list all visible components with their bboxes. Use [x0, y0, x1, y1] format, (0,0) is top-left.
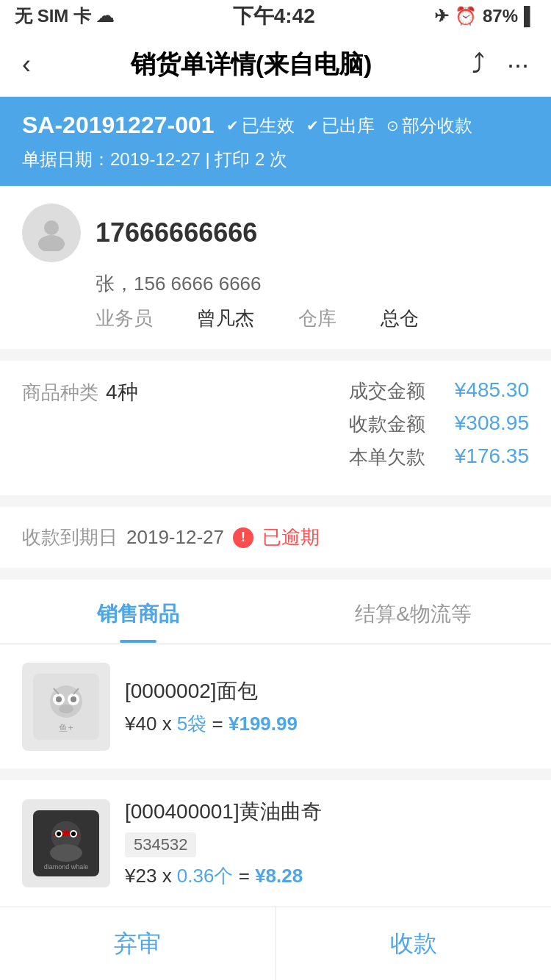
badge-shipped: ✔ 已出库: [306, 114, 375, 137]
product-info-2: [000400001]黄油曲奇 534532 ¥23 x 0.36个 = ¥8.…: [125, 798, 529, 889]
product-item-1[interactable]: 鱼+ [0000002]面包 ¥40 x 5袋 = ¥199.99: [0, 645, 551, 768]
svg-point-1: [38, 235, 65, 251]
status-time: 下午4:42: [233, 2, 315, 30]
amount-label: 成交金额: [349, 378, 425, 404]
sales-value: 曾凡杰: [197, 306, 254, 331]
product-sku-2: 534532: [125, 832, 196, 857]
back-button[interactable]: ‹: [22, 49, 31, 80]
customer-name: 17666666666: [96, 217, 257, 248]
product-total-1: ¥199.99: [228, 713, 298, 735]
svg-point-6: [56, 696, 62, 702]
nav-bar: ‹ 销货单详情(来自电脑) ⤴ ···: [0, 32, 551, 97]
svg-text:鱼+: 鱼+: [59, 723, 73, 733]
customer-section: 17666666666 张，156 6666 6666 业务员 曾凡杰 仓库 总…: [0, 186, 551, 349]
collect-payment-button[interactable]: 收款: [276, 907, 552, 980]
badge-partial: ⊙ 部分收款: [386, 114, 472, 137]
avatar: [22, 203, 81, 262]
page-title: 销货单详情(来自电脑): [131, 48, 372, 82]
svg-point-16: [71, 832, 76, 836]
sales-label: 业务员: [96, 306, 153, 331]
product-price-1: ¥40 x 5袋 = ¥199.99: [125, 711, 529, 737]
battery-icon: ▌: [524, 6, 536, 26]
product-total-2: ¥8.28: [255, 865, 303, 887]
status-right: ✈ ⏰ 87% ▌: [434, 6, 536, 26]
warehouse-value: 总仓: [381, 306, 419, 331]
svg-point-7: [71, 696, 76, 702]
overdue-text: 已逾期: [262, 525, 320, 550]
bottom-bar: 弃审 收款: [0, 907, 551, 980]
product-name-1: [0000002]面包: [125, 677, 529, 705]
product-name-2: [000400001]黄油曲奇: [125, 798, 529, 826]
location-icon: ✈: [434, 6, 449, 26]
order-id: SA-20191227-001: [22, 112, 215, 139]
order-meta: 单据日期：2019-12-27 | 打印 2 次: [22, 148, 529, 171]
warehouse-label: 仓库: [298, 306, 336, 331]
product-type-label: 商品种类: [22, 380, 98, 406]
sim-status: 无 SIM 卡 ☁: [15, 4, 114, 28]
svg-text:diamond whale: diamond whale: [44, 863, 89, 871]
svg-point-8: [59, 705, 73, 713]
more-button[interactable]: ···: [507, 49, 529, 80]
check-icon-2: ✔: [306, 117, 319, 134]
product-thumb-1: 鱼+: [22, 663, 110, 751]
product-item-2[interactable]: diamond whale [000400001]黄油曲奇 534532 ¥23…: [0, 780, 551, 907]
owed-value: ¥176.35: [455, 444, 529, 470]
alarm-icon: ⏰: [455, 6, 477, 26]
summary-amounts: 成交金额 ¥485.30 收款金额 ¥308.95 本单欠款 ¥176.35: [349, 378, 529, 478]
abandon-review-button[interactable]: 弃审: [0, 907, 276, 980]
order-header: SA-20191227-001 ✔ 已生效 ✔ 已出库 ⊙ 部分收款 单据日期：…: [0, 97, 551, 186]
product-info-1: [0000002]面包 ¥40 x 5袋 = ¥199.99: [125, 677, 529, 737]
customer-sub: 张，156 6666 6666: [96, 271, 529, 297]
overdue-icon: !: [233, 527, 253, 548]
due-section: 收款到期日 2019-12-27 ! 已逾期: [0, 507, 551, 568]
svg-point-0: [44, 220, 59, 235]
received-label: 收款金额: [349, 411, 425, 437]
tab-sales[interactable]: 销售商品: [0, 580, 276, 643]
tab-settlement[interactable]: 结算&物流等: [276, 580, 551, 643]
due-date: 2019-12-27: [126, 526, 224, 549]
customer-info: 业务员 曾凡杰 仓库 总仓: [96, 306, 529, 331]
tabs-section: 销售商品 结算&物流等: [0, 580, 551, 644]
battery-status: 87%: [483, 6, 518, 26]
product-list: 鱼+ [0000002]面包 ¥40 x 5袋 = ¥199.99: [0, 645, 551, 907]
product-qty-1: 5袋: [177, 713, 206, 735]
nav-right-actions: ⤴ ···: [472, 49, 529, 80]
svg-point-17: [50, 844, 82, 862]
due-label: 收款到期日: [22, 525, 118, 550]
product-thumb-2: diamond whale: [22, 799, 110, 887]
status-bar: 无 SIM 卡 ☁ 下午4:42 ✈ ⏰ 87% ▌: [0, 0, 551, 32]
badge-active: ✔ 已生效: [226, 114, 295, 137]
received-value: ¥308.95: [455, 411, 529, 437]
check-icon: ✔: [226, 117, 239, 134]
status-left: 无 SIM 卡 ☁: [15, 4, 114, 28]
amount-value: ¥485.30: [455, 378, 529, 404]
summary-section: 商品种类 4种 成交金额 ¥485.30 收款金额 ¥308.95 本单欠款 ¥…: [0, 361, 551, 495]
product-type-value: 4种: [106, 378, 138, 406]
product-price-2: ¥23 x 0.36个 = ¥8.28: [125, 863, 529, 889]
svg-point-15: [57, 832, 61, 836]
product-qty-2: 0.36个: [177, 865, 234, 887]
share-button[interactable]: ⤴: [472, 49, 485, 80]
clock-icon: ⊙: [386, 117, 399, 134]
owed-label: 本单欠款: [349, 444, 425, 470]
